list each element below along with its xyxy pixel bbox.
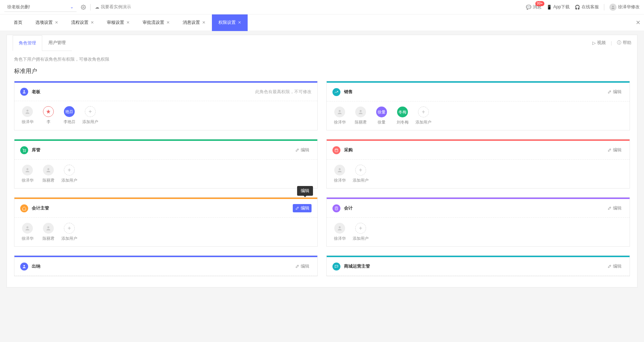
user-avatar[interactable]	[334, 165, 345, 176]
subtab-1[interactable]: 用户管理	[42, 35, 72, 51]
user-name: 陈丽君	[43, 178, 55, 183]
role-name: 会计	[344, 205, 353, 211]
user-avatar[interactable]	[43, 106, 54, 117]
role-card: 会计主管编辑徐泽华陈丽君+添加用户编辑	[14, 197, 318, 247]
card-header: 采购编辑	[327, 141, 630, 160]
messages-badge: 99+	[535, 1, 544, 6]
edit-button[interactable]: 编辑	[605, 262, 624, 270]
role-name: 库管	[32, 147, 40, 153]
edit-label: 编辑	[613, 263, 622, 269]
user-avatar[interactable]	[355, 107, 366, 117]
topbar-right: 💬 消息 99+ 📱 App下载 🎧 在线客服 徐泽华修改	[526, 4, 640, 11]
svg-point-8	[25, 151, 26, 152]
edit-label: 编辑	[613, 147, 622, 153]
add-user-button[interactable]: +	[64, 165, 75, 176]
app-download-link[interactable]: 📱 App下载	[547, 4, 570, 10]
user-avatar[interactable]	[334, 223, 345, 234]
demo-link[interactable]: ☁ 我要看实例演示	[95, 4, 131, 10]
tab-label: 审核设置	[107, 20, 124, 26]
add-user-label: 添加用户	[61, 236, 77, 241]
add-user-item: +添加用户	[83, 106, 97, 125]
user-item: 徐泽华	[332, 107, 347, 125]
card-header: 老板此角色有最高权限，不可修改	[14, 83, 317, 101]
card-header: 会计主管编辑	[14, 199, 317, 218]
customer-service-link[interactable]: 🎧 在线客服	[575, 4, 599, 10]
role-card: 出纳编辑	[14, 255, 318, 276]
app-label: App下载	[553, 4, 570, 10]
user-item: 艳芬李艳芬	[62, 106, 77, 125]
help-link[interactable]: ⓘ 帮助	[617, 40, 631, 46]
edit-button[interactable]: 编辑	[605, 88, 624, 96]
role-note: 此角色有最高权限，不可修改	[255, 89, 312, 95]
role-name: 商城运营主管	[344, 263, 370, 269]
message-icon: 💬	[526, 5, 531, 10]
user-item: 陈丽君	[353, 107, 368, 125]
user-avatar[interactable]	[22, 165, 33, 176]
svg-rect-15	[335, 207, 338, 210]
user-name: 徐泽华	[22, 178, 34, 183]
tab-6[interactable]: 权限设置✕	[212, 14, 248, 31]
user-avatar[interactable]: 艳芬	[64, 106, 75, 117]
add-user-button[interactable]: +	[355, 165, 366, 176]
role-name: 采购	[344, 147, 353, 153]
gear-icon[interactable]	[81, 5, 86, 10]
add-user-button[interactable]: +	[355, 223, 366, 234]
user-avatar[interactable]	[43, 165, 54, 176]
user-avatar[interactable]	[43, 223, 54, 234]
role-name: 会计主管	[32, 205, 49, 211]
tab-4[interactable]: 审批流设置✕	[136, 14, 176, 31]
user-item: 李	[41, 106, 56, 125]
user-avatar[interactable]: 徐量	[376, 107, 387, 117]
tab-1[interactable]: 选项设置✕	[29, 14, 65, 31]
add-user-item: +添加用户	[62, 223, 77, 241]
close-icon[interactable]: ✕	[91, 20, 94, 25]
role-icon	[332, 88, 340, 96]
tab-3[interactable]: 审核设置✕	[100, 14, 136, 31]
close-all-tabs[interactable]: ✕	[636, 19, 640, 26]
user-avatar[interactable]: 冬梅	[397, 107, 408, 117]
content-panel: 角色下用户拥有该角色所有权限，可修改角色权限 标准用户 老板此角色有最高权限，不…	[6, 51, 638, 287]
edit-button[interactable]: 编辑	[293, 262, 312, 270]
user-item: 徐泽华	[20, 106, 35, 125]
svg-point-13	[26, 226, 28, 228]
user-avatar[interactable]	[22, 223, 33, 234]
org-selector[interactable]: 徐老板勿删! ⌄	[4, 3, 77, 12]
subtab-0[interactable]: 角色管理	[13, 35, 42, 51]
edit-button[interactable]: 编辑	[293, 146, 312, 154]
role-icon	[332, 263, 340, 270]
user-avatar[interactable]	[22, 106, 33, 117]
role-card: 商城运营主管编辑	[326, 255, 630, 276]
play-icon: ▷	[592, 40, 596, 46]
edit-tooltip: 编辑	[297, 186, 313, 196]
role-card: 老板此角色有最高权限，不可修改徐泽华李艳芬李艳芬+添加用户	[14, 81, 318, 130]
user-item: 陈丽君	[41, 165, 56, 183]
tab-2[interactable]: 流程设置✕	[65, 14, 100, 31]
close-icon[interactable]: ✕	[238, 20, 241, 25]
user-menu[interactable]: 徐泽华修改	[609, 4, 640, 11]
messages-link[interactable]: 💬 消息 99+	[526, 4, 541, 10]
role-icon	[20, 146, 28, 154]
card-header: 会计编辑	[327, 199, 630, 218]
tab-label: 消息设置	[183, 20, 200, 26]
add-user-button[interactable]: +	[64, 223, 75, 234]
close-icon[interactable]: ✕	[202, 20, 205, 25]
user-item: 陈丽君	[41, 223, 56, 241]
edit-button[interactable]: 编辑	[293, 204, 312, 212]
edit-button[interactable]: 编辑	[605, 204, 624, 212]
video-link[interactable]: ▷ 视频	[592, 40, 606, 46]
tab-5[interactable]: 消息设置✕	[176, 14, 212, 31]
tab-label: 权限设置	[218, 20, 236, 26]
edit-button[interactable]: 编辑	[605, 146, 624, 154]
headset-icon: 🎧	[575, 5, 580, 10]
tab-0[interactable]: 首页	[7, 14, 29, 31]
close-icon[interactable]: ✕	[126, 20, 130, 25]
svg-marker-4	[46, 109, 51, 114]
tab-label: 流程设置	[71, 20, 88, 26]
svg-point-17	[23, 265, 25, 267]
close-icon[interactable]: ✕	[166, 20, 170, 25]
role-icon	[20, 88, 28, 96]
user-avatar[interactable]	[334, 107, 345, 117]
add-user-button[interactable]: +	[418, 107, 429, 117]
close-icon[interactable]: ✕	[55, 20, 58, 25]
add-user-button[interactable]: +	[85, 106, 96, 117]
